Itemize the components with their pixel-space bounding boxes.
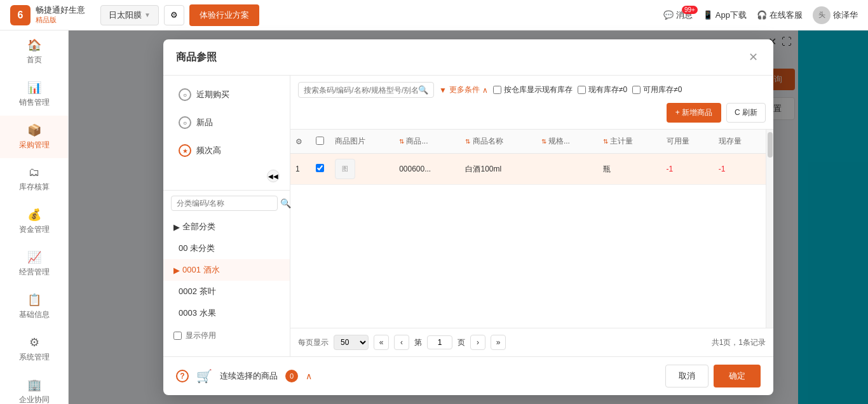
inventory-icon: 🗂: [29, 166, 40, 179]
row-name: 白酒100ml: [460, 154, 536, 185]
collapse-left-panel-button[interactable]: ◀◀: [267, 170, 280, 182]
sort-icon-spec: ⇅: [541, 138, 546, 145]
available-stock-checkbox[interactable]: [632, 86, 641, 94]
product-table-scroll[interactable]: ⚙ 商品图片: [290, 130, 766, 328]
refresh-button[interactable]: C 刷新: [726, 103, 766, 123]
row-unit: 瓶: [598, 154, 661, 185]
col-product-code[interactable]: ⇅ 商品...: [394, 130, 460, 154]
table-vertical-scrollbar[interactable]: [766, 130, 773, 328]
trial-button[interactable]: 体验行业方案: [189, 4, 259, 26]
col-stock: 现存量: [714, 130, 766, 154]
first-page-button[interactable]: «: [374, 335, 389, 350]
row-available: -1: [661, 154, 714, 185]
sidebar-item-system[interactable]: ⚙ 系统管理: [0, 328, 68, 370]
recent-purchase-icon: ○: [179, 88, 191, 101]
sidebar-item-home[interactable]: 🏠 首页: [0, 30, 68, 73]
next-page-button[interactable]: ›: [470, 335, 485, 350]
warehouse-stock-checkbox[interactable]: [493, 86, 501, 94]
sales-icon: 📊: [27, 81, 41, 95]
row-checkbox[interactable]: [316, 164, 324, 172]
high-frequency-menu[interactable]: ★ 频次高: [171, 139, 282, 162]
category-search-input[interactable]: [171, 196, 278, 211]
confirm-button[interactable]: 确定: [714, 365, 761, 387]
recent-purchase-menu[interactable]: ○ 近期购买: [171, 83, 282, 106]
cancel-button[interactable]: 取消: [665, 365, 709, 387]
chevron-down-icon: ▼: [144, 11, 151, 18]
sidebar-item-finance[interactable]: 💰 资金管理: [0, 200, 68, 243]
sidebar-label-finance: 资金管理: [19, 224, 50, 235]
help-button[interactable]: ?: [176, 370, 189, 382]
continuous-label: 连续选择的商品: [220, 370, 278, 382]
col-product-img: 商品图片: [330, 130, 394, 154]
scrollbar-thumb[interactable]: [768, 132, 773, 158]
home-icon: 🏠: [27, 38, 41, 52]
message-icon: 💬: [663, 10, 674, 20]
logo-icon: 6: [10, 5, 31, 25]
product-image: 图: [335, 159, 355, 179]
page-size-select[interactable]: 50 100 200: [334, 335, 369, 350]
page-text: 第: [414, 337, 422, 348]
add-product-button[interactable]: + 新增商品: [667, 103, 721, 123]
system-icon: ⚙: [29, 335, 39, 349]
current-stock-checkbox-label[interactable]: 现有库存≠0: [578, 84, 627, 95]
page-number-input[interactable]: [427, 335, 452, 349]
nav-dropdown[interactable]: 日太阳膜 ▼: [100, 5, 159, 25]
last-page-button[interactable]: »: [491, 335, 506, 350]
expand-arrow-icon: ▶: [173, 222, 180, 232]
prev-page-button[interactable]: ‹: [394, 335, 409, 350]
modal-overlay: 商品参照 ✕ ○ 近期购买 ○ 新品: [69, 30, 868, 404]
category-search-icon[interactable]: 🔍: [280, 198, 291, 208]
filter-button[interactable]: ▼ 更多条件 ∧: [439, 84, 488, 95]
user-profile-button[interactable]: 头 徐泽华: [813, 6, 858, 24]
category-item-uncategorized[interactable]: 00 未分类: [163, 238, 290, 259]
current-stock-checkbox[interactable]: [578, 86, 586, 94]
category-item-all[interactable]: ▶ 全部分类: [163, 216, 290, 238]
show-disabled-checkbox[interactable]: [173, 332, 182, 340]
message-button[interactable]: 💬 消息 99+: [663, 10, 693, 21]
category-item-fruit[interactable]: 0003 水果: [163, 302, 290, 323]
message-badge: 99+: [682, 6, 698, 14]
select-all-checkbox[interactable]: [316, 137, 324, 145]
collapse-footer-button[interactable]: ∧: [306, 371, 312, 381]
product-search-box[interactable]: 🔍: [298, 82, 434, 98]
logo: 6 畅捷通好生意 精品版: [10, 5, 85, 25]
enterprise-icon: 🏢: [27, 378, 41, 392]
sidebar-label-basic-info: 基础信息: [19, 309, 50, 320]
sidebar-item-inventory[interactable]: 🗂 库存核算: [0, 158, 68, 200]
sidebar-item-sales[interactable]: 📊 销售管理: [0, 73, 68, 116]
settings-button[interactable]: ⚙: [164, 5, 184, 25]
table-row[interactable]: 1 图 000600... 白酒100ml 瓶: [290, 154, 766, 185]
category-item-liquor[interactable]: ▶ 0001 酒水: [163, 259, 290, 281]
warehouse-stock-checkbox-label[interactable]: 按仓库显示现有库存: [493, 84, 573, 95]
row-code: 000600...: [394, 154, 460, 185]
app-download-button[interactable]: 📱 App下载: [703, 10, 747, 21]
cart-icon: 🛒: [196, 368, 212, 384]
new-product-menu[interactable]: ○ 新品: [171, 111, 282, 134]
selected-count-badge: 0: [285, 370, 298, 382]
row-stock: -1: [714, 154, 766, 185]
sidebar-item-purchase[interactable]: 📦 采购管理: [0, 116, 68, 158]
product-search-input[interactable]: [304, 86, 418, 95]
page-size-label: 每页显示: [298, 337, 329, 348]
available-stock-checkbox-label[interactable]: 可用库存≠0: [632, 84, 682, 95]
sidebar-item-enterprise[interactable]: 🏢 企业协同: [0, 370, 68, 404]
col-unit[interactable]: ⇅ 主计量: [598, 130, 661, 154]
logo-sub: 精品版: [36, 15, 85, 25]
star-icon: ★: [179, 144, 191, 157]
high-frequency-label: 频次高: [196, 145, 221, 156]
modal-close-button[interactable]: ✕: [745, 50, 761, 65]
show-disabled-label: 显示停用: [186, 330, 216, 341]
sidebar-item-basic-info[interactable]: 📋 基础信息: [0, 285, 68, 328]
col-spec[interactable]: ⇅ 规格...: [536, 130, 598, 154]
sidebar-item-operations[interactable]: 📈 经营管理: [0, 243, 68, 285]
col-product-name[interactable]: ⇅ 商品名称: [460, 130, 536, 154]
category-list: ▶ 全部分类 00 未分类 ▶ 0001 酒水 0002 茶叶: [163, 216, 290, 323]
sidebar-label-operations: 经营管理: [19, 267, 50, 278]
sidebar-label-system: 系统管理: [19, 352, 50, 363]
sort-icon-unit: ⇅: [603, 138, 608, 145]
online-support-button[interactable]: 🎧 在线客服: [757, 10, 803, 21]
sort-icon: ⇅: [399, 138, 404, 145]
new-product-icon: ○: [179, 116, 191, 129]
category-item-tea[interactable]: 0002 茶叶: [163, 281, 290, 302]
table-settings-icon[interactable]: ⚙: [295, 137, 302, 146]
